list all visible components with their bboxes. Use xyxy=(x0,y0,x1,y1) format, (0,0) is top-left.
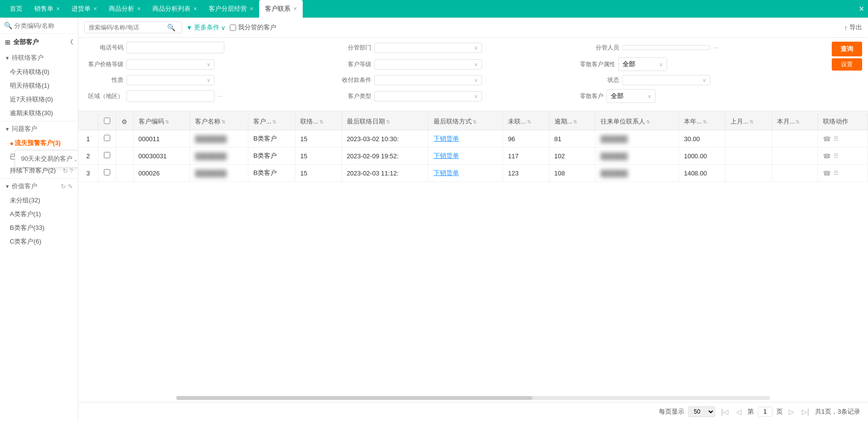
manager-dots[interactable]: ··· xyxy=(713,44,718,51)
sidebar-item-class-b[interactable]: B类客户(33) xyxy=(0,221,78,235)
sidebar-all-customers[interactable]: ⊞ 全部客户 《 xyxy=(0,34,78,50)
search-input-wrap: 🔍 xyxy=(84,22,182,33)
sidebar-item-class-c[interactable]: C类客户(6) xyxy=(0,235,78,248)
cell-checkbox[interactable] xyxy=(98,130,116,148)
th-last-month: 上月...⇅ xyxy=(725,113,772,130)
nav-sales[interactable]: 销售单 × xyxy=(28,0,66,18)
cell-last-contact-method[interactable]: 下销货单 xyxy=(429,148,503,165)
sidebar-search-input[interactable] xyxy=(14,22,78,29)
cell-code: 00030031 xyxy=(133,148,190,165)
sidebar-item-7days-pending[interactable]: 近7天待联络(0) xyxy=(0,93,78,106)
nav-purchase-close[interactable]: × xyxy=(94,5,97,12)
action-more-icon[interactable]: ⠿ xyxy=(834,152,839,160)
page-label: 第 xyxy=(747,407,754,416)
nav-purchase[interactable]: 进货单 × xyxy=(66,0,103,18)
customer-type-select[interactable]: ∨ xyxy=(374,91,482,101)
my-customer-checkbox[interactable] xyxy=(230,25,236,31)
payment-select[interactable]: ∨ xyxy=(374,75,482,85)
nav-home[interactable]: 首页 xyxy=(4,0,28,18)
sort-unit-icon: ⇅ xyxy=(646,119,650,124)
nav-product-analysis-list[interactable]: 商品分析列表 × xyxy=(146,0,203,18)
more-conditions-button[interactable]: ▼ 更多条件 ∨ xyxy=(186,23,226,32)
nav-customer-contact-close[interactable]: × xyxy=(293,5,297,12)
window-close-button[interactable]: × xyxy=(859,4,864,14)
status-select[interactable]: ∨ xyxy=(622,75,710,85)
search-input[interactable] xyxy=(89,24,167,31)
cell-this-year: 1000.00 xyxy=(679,148,725,165)
sidebar-group-pending[interactable]: ▼ 待联络客户 xyxy=(0,50,78,65)
th-this-month: 本月...⇅ xyxy=(772,113,818,130)
sidebar-item-today-pending[interactable]: 今天待联络(0) xyxy=(0,65,78,79)
horizontal-scrollbar[interactable] xyxy=(78,394,868,402)
row-checkbox[interactable] xyxy=(104,135,110,141)
export-button[interactable]: ↑ 导出 xyxy=(844,23,863,32)
price-level-select[interactable]: ∨ xyxy=(126,59,215,70)
per-page-select[interactable]: 50 100 200 xyxy=(688,406,715,417)
nav-product-analysis-list-close[interactable]: × xyxy=(193,5,197,12)
area-input[interactable] xyxy=(126,90,215,102)
sidebar-item-ungrouped[interactable]: 未分组(32) xyxy=(0,194,78,207)
cell-checkbox[interactable] xyxy=(98,148,116,165)
select-all-checkbox[interactable] xyxy=(104,118,110,124)
manager-select[interactable] xyxy=(622,45,710,50)
sort-lastmonth-icon: ⇅ xyxy=(749,119,753,124)
area-dots[interactable]: ··· xyxy=(217,93,222,99)
nature-select[interactable]: ∨ xyxy=(126,75,215,85)
contact-method-link[interactable]: 下销货单 xyxy=(434,152,459,159)
dept-select[interactable]: ∨ xyxy=(374,43,482,53)
my-customer-checkbox-wrap[interactable]: 我分管的客户 xyxy=(230,23,276,32)
nav-product-analysis[interactable]: 商品分析 × xyxy=(103,0,146,18)
cell-last-contact-method[interactable]: 下销货单 xyxy=(429,130,503,148)
data-table-wrap: ⚙ 客户编码⇅ 客户名称⇅ 客户...⇅ 联络...⇅ 最后联络日期⇅ 最后联络… xyxy=(78,113,868,394)
ling-customer-select[interactable]: 全部 ∨ xyxy=(606,89,655,103)
ling-attr-select[interactable]: 全部 ∨ xyxy=(618,57,667,71)
row-checkbox[interactable] xyxy=(104,169,110,175)
next-page-button[interactable]: ▷ xyxy=(787,408,796,416)
action-more-icon[interactable]: ⠿ xyxy=(834,135,839,143)
sidebar-item-tomorrow-pending[interactable]: 明天待联络(1) xyxy=(0,79,78,93)
dept-chevron-icon: ∨ xyxy=(474,45,478,50)
contact-method-link[interactable]: 下销货单 xyxy=(434,135,459,142)
filter-bar-right: ↑ 导出 xyxy=(844,23,863,32)
nav-sales-close[interactable]: × xyxy=(56,5,60,12)
cell-num: 3 xyxy=(78,165,98,182)
cell-not-contacted: 117 xyxy=(503,148,549,165)
cell-last-contact-method[interactable]: 下销货单 xyxy=(429,165,503,182)
problem-group-label: 问题客户 xyxy=(12,124,37,133)
nav-customer-contact[interactable]: 客户联系 × xyxy=(259,0,303,18)
sidebar-item-overdue-pending[interactable]: 逾期未联络(30) xyxy=(0,106,78,120)
query-button[interactable]: 查询 xyxy=(832,42,862,56)
prev-page-button[interactable]: ◁ xyxy=(734,408,744,416)
cell-name: ███████ xyxy=(190,130,248,148)
action-contact-icon[interactable]: ☎ xyxy=(823,152,831,160)
cell-not-contacted: 123 xyxy=(503,165,549,182)
sidebar-item-churn-warning[interactable]: ● 流失预警客户(3) xyxy=(0,136,78,150)
sidebar-group-problem[interactable]: ▼ 问题客户 xyxy=(0,122,78,136)
filter-group-ling-customer: 零散客户 全部 ∨ xyxy=(580,89,824,103)
sidebar-group-value[interactable]: ▼ 价值客户 ↻ ✎ xyxy=(0,179,78,194)
page-number-input[interactable] xyxy=(758,407,772,417)
nav-customer-tier[interactable]: 客户分层经营 × xyxy=(203,0,259,18)
th-unit-contact: 往来单位联系人⇅ xyxy=(596,113,679,130)
sidebar-item-class-a[interactable]: A类客户(1) xyxy=(0,207,78,221)
nav-home-label: 首页 xyxy=(10,4,23,13)
action-more-icon[interactable]: ⠿ xyxy=(834,170,839,177)
nav-customer-tier-close[interactable]: × xyxy=(250,5,253,12)
search-button[interactable]: 🔍 xyxy=(167,24,175,31)
customer-level-select[interactable]: ∨ xyxy=(374,59,482,70)
action-contact-icon[interactable]: ☎ xyxy=(823,170,831,177)
first-page-button[interactable]: |◁ xyxy=(719,408,730,416)
settings-button[interactable]: 设置 xyxy=(832,58,862,71)
nav-product-analysis-close[interactable]: × xyxy=(137,5,141,12)
action-contact-icon[interactable]: ☎ xyxy=(823,135,831,143)
phone-input[interactable] xyxy=(126,42,224,53)
scrollbar-thumb[interactable] xyxy=(176,396,532,400)
cell-checkbox[interactable] xyxy=(98,165,116,182)
cell-this-year: 30.00 xyxy=(679,130,725,148)
row-checkbox[interactable] xyxy=(104,152,110,158)
sidebar-collapse-btn[interactable]: 《 xyxy=(67,38,73,47)
contact-method-link[interactable]: 下销货单 xyxy=(434,169,459,176)
th-gear[interactable]: ⚙ xyxy=(116,113,133,130)
last-page-button[interactable]: ▷| xyxy=(800,408,811,416)
form-buttons: 查询 设置 xyxy=(832,42,862,107)
